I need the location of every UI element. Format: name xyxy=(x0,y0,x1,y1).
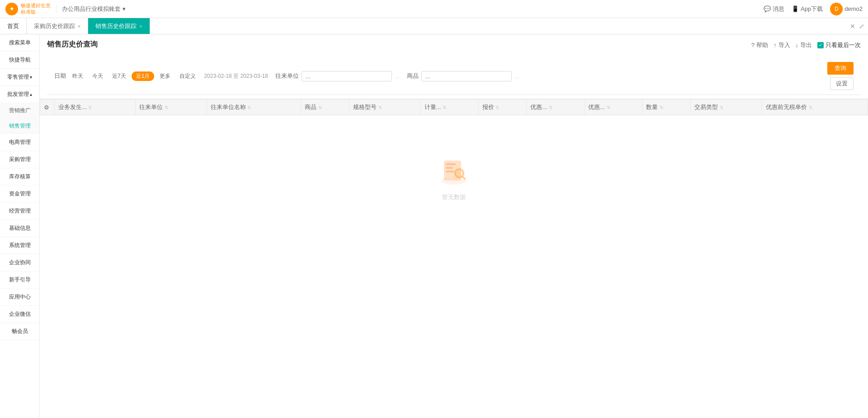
date-btn-7days[interactable]: 近7天 xyxy=(108,71,130,81)
top-bar-right: 💬 消息 📱 App下载 D demo2 xyxy=(764,3,863,15)
settings-button[interactable]: 设置 xyxy=(830,77,854,90)
product-input-dots: ... xyxy=(514,73,519,80)
th-product[interactable]: 商品 ⇅ xyxy=(301,100,349,115)
sidebar-item-retail-mgmt[interactable]: 零售管理 ▾ xyxy=(0,69,39,86)
app-selector-label: 办公用品行业模拟账套 xyxy=(62,5,121,13)
sort-icon-quantity: ⇅ xyxy=(660,105,663,110)
sidebar-enterprise-wechat-label: 企业微信 xyxy=(9,310,31,318)
sidebar-system-label: 系统管理 xyxy=(9,242,31,249)
sidebar-item-quick-nav[interactable]: 快捷导航 xyxy=(0,52,39,69)
filter-bar: 日期 昨天 今天 近7天 近1月 更多 自定义 2023-02-18 至 202… xyxy=(47,57,861,95)
tab-purchase-history-close[interactable]: × xyxy=(78,24,80,29)
date-btn-today[interactable]: 今天 xyxy=(89,71,107,81)
page-header: 销售历史价查询 ? 帮助 ↑ 导入 ↓ 导出 ✓ xyxy=(40,34,868,99)
sort-icon-price: ⇅ xyxy=(495,105,499,110)
th-discount1[interactable]: 优惠... ⇅ xyxy=(527,100,585,115)
th-unit[interactable]: 计量... ⇅ xyxy=(420,100,478,115)
sidebar-app-center-label: 应用中心 xyxy=(9,293,31,301)
top-bar: ✦ 畅捷通好生意 标准版 办公用品行业模拟账套 ▾ 💬 消息 📱 App下载 D… xyxy=(0,0,868,18)
chevron-up-icon: ▴ xyxy=(30,92,32,97)
date-range-display: 2023-02-18 至 2023-03-18 xyxy=(204,72,268,80)
sidebar-guide-label: 新手引导 xyxy=(9,276,31,284)
table-header-row: ⚙ 业务发生... ⇅ 往来单位 ⇅ 往来单位名称 ⇅ xyxy=(40,100,868,115)
only-last-checkbox[interactable]: ✓ 只看最后一次 xyxy=(817,41,861,49)
help-button[interactable]: ? 帮助 xyxy=(751,41,768,49)
th-quantity[interactable]: 数量 ⇅ xyxy=(642,100,691,115)
th-pretax-price[interactable]: 优惠前无税单价 ⇅ xyxy=(762,100,868,115)
th-discount2[interactable]: 优惠... ⇅ xyxy=(585,100,642,115)
sort-icon-biz-date: ⇅ xyxy=(88,105,92,110)
maximize-icon[interactable]: ⤢ xyxy=(859,23,864,30)
logo-icon: ✦ xyxy=(5,3,18,15)
sort-icon-partner-name: ⇅ xyxy=(247,105,251,110)
sidebar-purchase-label: 采购管理 xyxy=(9,156,31,163)
user-menu[interactable]: D demo2 xyxy=(830,3,863,15)
sidebar-item-wholesale-mgmt[interactable]: 批发管理 ▴ xyxy=(0,86,39,103)
date-buttons: 昨天 今天 近7天 近1月 更多 自定义 xyxy=(69,71,199,81)
sidebar-item-ecommerce[interactable]: 电商管理 xyxy=(0,134,39,151)
tab-purchase-history-label: 采购历史价跟踪 xyxy=(34,22,75,30)
message-button[interactable]: 💬 消息 xyxy=(764,5,784,13)
sidebar-item-enterprise[interactable]: 企业协同 xyxy=(0,254,39,271)
th-partner-code[interactable]: 往来单位 ⇅ xyxy=(135,100,207,115)
date-btn-1month[interactable]: 近1月 xyxy=(132,71,155,81)
sidebar-quick-nav-label: 快捷导航 xyxy=(9,56,31,64)
gear-icon[interactable]: ⚙ xyxy=(44,104,49,111)
product-input[interactable] xyxy=(421,71,512,81)
sidebar-item-search-menu[interactable]: 搜索菜单 xyxy=(0,34,39,52)
import-icon: ↑ xyxy=(774,42,777,48)
date-btn-custom[interactable]: 自定义 xyxy=(176,71,199,81)
sidebar-enterprise-label: 企业协同 xyxy=(9,259,31,266)
th-partner-name[interactable]: 往来单位名称 ⇅ xyxy=(207,100,301,115)
import-button[interactable]: ↑ 导入 xyxy=(774,41,790,49)
sort-icon-discount2: ⇅ xyxy=(607,105,610,110)
th-price[interactable]: 报价 ⇅ xyxy=(478,100,527,115)
th-spec[interactable]: 规格型号 ⇅ xyxy=(349,100,420,115)
message-icon: 💬 xyxy=(764,5,771,12)
app-download-icon: 📱 xyxy=(792,5,799,12)
date-btn-more[interactable]: 更多 xyxy=(156,71,174,81)
sidebar-ecommerce-label: 电商管理 xyxy=(9,138,31,146)
th-settings: ⚙ xyxy=(40,100,55,115)
tab-home[interactable]: 首页 xyxy=(0,18,27,34)
product-input-wrapper: ... xyxy=(421,71,519,81)
checkbox-icon: ✓ xyxy=(817,42,824,48)
sort-icon-discount1: ⇅ xyxy=(549,105,552,110)
tab-sales-history-label: 销售历史价跟踪 xyxy=(95,22,137,30)
page-toolbar: ? 帮助 ↑ 导入 ↓ 导出 ✓ 只看最后一次 xyxy=(751,41,861,49)
sidebar-item-basic-info[interactable]: 基础信息 xyxy=(0,220,39,237)
tab-sales-history-close[interactable]: × xyxy=(139,24,142,29)
sidebar-finance-label: 资金管理 xyxy=(9,190,31,198)
empty-state: 暂无数据 xyxy=(40,115,868,238)
date-btn-yesterday[interactable]: 昨天 xyxy=(69,71,87,81)
app-download-button[interactable]: 📱 App下载 xyxy=(792,5,823,13)
sidebar-item-purchase[interactable]: 采购管理 xyxy=(0,151,39,168)
top-bar-left: ✦ 畅捷通好生意 标准版 办公用品行业模拟账套 ▾ xyxy=(5,3,126,15)
th-biz-date[interactable]: 业务发生... ⇅ xyxy=(55,100,136,115)
sidebar-item-system[interactable]: 系统管理 xyxy=(0,237,39,254)
export-button[interactable]: ↓ 导出 xyxy=(796,41,812,49)
sidebar: 搜索菜单 快捷导航 零售管理 ▾ 批发管理 ▴ 营销推广 销售管理 电商管理 采… xyxy=(0,34,40,418)
sidebar-item-inventory[interactable]: 库存核算 xyxy=(0,168,39,185)
sidebar-item-guide[interactable]: 新手引导 xyxy=(0,271,39,289)
th-trade-type[interactable]: 交易类型 ⇅ xyxy=(691,100,762,115)
svg-rect-3 xyxy=(446,167,453,169)
sidebar-item-app-center[interactable]: 应用中心 xyxy=(0,289,39,306)
close-all-tabs-icon[interactable]: ✕ xyxy=(850,23,855,30)
sidebar-retail-mgmt-label: 零售管理 xyxy=(7,73,29,81)
sidebar-item-finance[interactable]: 资金管理 xyxy=(0,185,39,203)
sidebar-item-enterprise-wechat[interactable]: 企业微信 xyxy=(0,306,39,323)
sidebar-item-member[interactable]: 畅会员 xyxy=(0,323,39,340)
tab-purchase-history[interactable]: 采购历史价跟踪 × xyxy=(27,18,88,34)
sidebar-item-marketing[interactable]: 营销推广 xyxy=(0,103,39,119)
partner-input[interactable] xyxy=(302,71,392,81)
table-area: ⚙ 业务发生... ⇅ 往来单位 ⇅ 往来单位名称 ⇅ xyxy=(40,99,868,418)
partner-input-dots: ... xyxy=(395,73,400,80)
sidebar-item-sales-mgmt[interactable]: 销售管理 xyxy=(0,119,39,134)
sidebar-operation-label: 经营管理 xyxy=(9,207,31,215)
sidebar-item-operation[interactable]: 经营管理 xyxy=(0,203,39,220)
app-selector[interactable]: 办公用品行业模拟账套 ▾ xyxy=(56,5,126,13)
tab-sales-history[interactable]: 销售历史价跟踪 × xyxy=(88,18,150,34)
query-button[interactable]: 查询 xyxy=(827,62,854,75)
sidebar-member-label: 畅会员 xyxy=(12,328,28,335)
